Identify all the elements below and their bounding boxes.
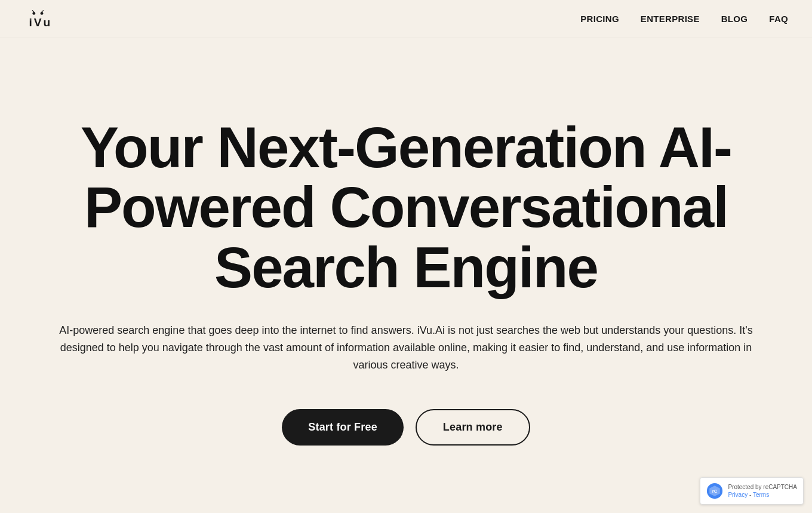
recaptcha-privacy-link[interactable]: Privacy xyxy=(728,492,748,498)
start-for-free-button[interactable]: Start for Free xyxy=(282,409,404,446)
svg-line-3 xyxy=(42,10,43,11)
svg-text:rC: rC xyxy=(712,489,718,494)
hero-subtitle: AI-powered search engine that goes deep … xyxy=(48,322,764,373)
svg-text:V: V xyxy=(34,16,42,29)
recaptcha-badge: rC Protected by reCAPTCHA Privacy - Term… xyxy=(700,477,804,505)
svg-text:i: i xyxy=(29,16,32,29)
nav-enterprise[interactable]: ENTERPRISE xyxy=(641,14,700,24)
recaptcha-text: Protected by reCAPTCHA Privacy - Terms xyxy=(728,483,797,499)
hero-section: Your Next-Generation AI-Powered Conversa… xyxy=(0,38,812,513)
hero-title: Your Next-Generation AI-Powered Conversa… xyxy=(54,118,758,298)
logo[interactable]: i V u xyxy=(24,5,53,33)
svg-point-0 xyxy=(32,12,35,15)
svg-text:u: u xyxy=(43,16,50,29)
nav-links: PRICING ENTERPRISE BLOG FAQ xyxy=(580,14,788,24)
recaptcha-icon: rC xyxy=(706,483,723,499)
recaptcha-terms-link[interactable]: Terms xyxy=(753,492,769,498)
svg-point-1 xyxy=(41,12,44,15)
navbar: i V u PRICING ENTERPRISE BLOG FAQ xyxy=(0,0,812,38)
nav-blog[interactable]: BLOG xyxy=(721,14,748,24)
nav-pricing[interactable]: PRICING xyxy=(580,14,619,24)
svg-line-2 xyxy=(32,10,33,11)
hero-buttons: Start for Free Learn more xyxy=(282,409,530,446)
learn-more-button[interactable]: Learn more xyxy=(416,409,530,446)
nav-faq[interactable]: FAQ xyxy=(769,14,788,24)
logo-icon: i V u xyxy=(24,5,53,33)
